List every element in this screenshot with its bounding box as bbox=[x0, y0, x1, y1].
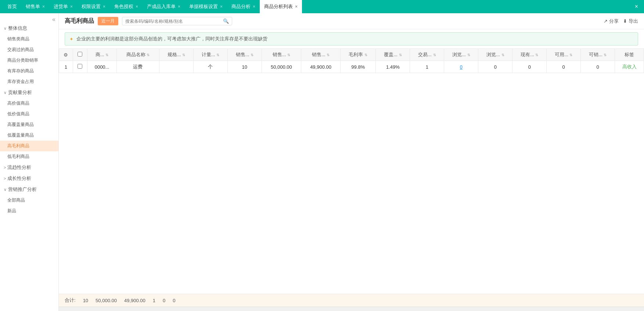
col-header-5[interactable]: 计量... ⇅ bbox=[193, 49, 227, 61]
sidebar-section-整体信息[interactable]: ∨整体信息 bbox=[0, 23, 58, 34]
sidebar-section-流趋性分析[interactable]: >流趋性分析 bbox=[0, 162, 58, 173]
filter-button[interactable]: 近一月 bbox=[98, 17, 118, 25]
search-icon[interactable]: 🔍 bbox=[223, 18, 229, 24]
nav-item-首页[interactable]: 首页 bbox=[3, 0, 21, 13]
main-layout: « ∨整体信息销售类商品交易过的商品商品分类助销率有库存的商品库存资金占用∨贡献… bbox=[0, 13, 644, 311]
sidebar-section-营销推广分析[interactable]: ∨营销推广分析 bbox=[0, 184, 58, 195]
footer-sales2: 50,000.00 bbox=[96, 298, 117, 303]
nav-item-商品分析[interactable]: 商品分析× bbox=[227, 0, 260, 13]
col-header-11[interactable]: 交易... ⇅ bbox=[410, 49, 444, 61]
row-spec bbox=[159, 61, 193, 73]
export-icon: ⬇ bbox=[623, 18, 627, 24]
nav-close-icon[interactable]: × bbox=[103, 4, 105, 9]
sidebar: « ∨整体信息销售类商品交易过的商品商品分类助销率有库存的商品库存资金占用∨贡献… bbox=[0, 13, 59, 311]
col-header-8[interactable]: 销售... ⇅ bbox=[301, 49, 340, 61]
nav-close-icon[interactable]: × bbox=[253, 4, 255, 9]
nav-item-进货单[interactable]: 进货单× bbox=[49, 0, 77, 13]
sidebar-item-高毛利商品[interactable]: 高毛利商品 bbox=[0, 141, 58, 151]
sort-icon: ⇅ bbox=[251, 53, 253, 57]
sort-icon: ⇅ bbox=[467, 53, 470, 57]
col-header-13[interactable]: 浏览... ⇅ bbox=[478, 49, 512, 61]
col-header-9[interactable]: 毛利率 ⇅ bbox=[341, 49, 376, 61]
sort-icon: ⇅ bbox=[433, 53, 436, 57]
sidebar-section-成长性分析[interactable]: >成长性分析 bbox=[0, 173, 58, 184]
table-footer: 合计: 10 50,000.00 49,900.00 1 0 0 bbox=[59, 294, 644, 307]
sidebar-item-高覆盖量商品[interactable]: 高覆盖量商品 bbox=[0, 119, 58, 130]
row-transaction: 1 bbox=[410, 61, 444, 73]
sort-icon: ⇅ bbox=[399, 53, 402, 57]
sidebar-collapse-button[interactable]: « bbox=[0, 16, 58, 23]
content-area: 高毛利商品 近一月 🔍 ↗ 分享 ⬇ 导出 ✦ 企业的主要的利润都是这部分商品创… bbox=[59, 13, 644, 311]
sort-icon: ⇅ bbox=[364, 53, 367, 57]
table-wrapper[interactable]: ⚙商... ⇅商品名称 ⇅规格... ⇅计量... ⇅销售... ⇅销售... … bbox=[59, 48, 644, 294]
row-sales1: 10 bbox=[227, 61, 262, 73]
row-browse1[interactable]: 0 bbox=[444, 61, 478, 73]
col-header-12[interactable]: 浏览... ⇅ bbox=[444, 49, 478, 61]
footer-transaction: 1 bbox=[153, 298, 155, 303]
sidebar-item-库存资金占用[interactable]: 库存资金占用 bbox=[0, 76, 58, 87]
window-close-button[interactable]: × bbox=[632, 3, 641, 10]
scroll-bar-area[interactable] bbox=[59, 307, 644, 311]
col-header-4[interactable]: 规格... ⇅ bbox=[159, 49, 193, 61]
sidebar-item-销售类商品[interactable]: 销售类商品 bbox=[0, 34, 58, 44]
export-button[interactable]: ⬇ 导出 bbox=[623, 18, 638, 25]
sidebar-arrow-icon: ∨ bbox=[4, 187, 7, 192]
row-checkbox[interactable] bbox=[73, 61, 87, 73]
row-tag: 高收入 bbox=[615, 61, 644, 73]
select-all-checkbox[interactable] bbox=[78, 52, 82, 57]
row-select-checkbox[interactable] bbox=[78, 64, 82, 69]
share-button[interactable]: ↗ 分享 bbox=[604, 18, 619, 25]
sidebar-item-全部商品[interactable]: 全部商品 bbox=[0, 195, 58, 206]
nav-item-商品分析列表[interactable]: 商品分析列表× bbox=[260, 0, 302, 13]
sidebar-item-高价值商品[interactable]: 高价值商品 bbox=[0, 98, 58, 109]
nav-close-icon[interactable]: × bbox=[42, 4, 45, 9]
sidebar-item-低覆盖量商品[interactable]: 低覆盖量商品 bbox=[0, 130, 58, 141]
sidebar-item-交易过的商品[interactable]: 交易过的商品 bbox=[0, 44, 58, 55]
content-header: 高毛利商品 近一月 🔍 ↗ 分享 ⬇ 导出 bbox=[59, 13, 644, 29]
sidebar-item-商品分类助销率[interactable]: 商品分类助销率 bbox=[0, 55, 58, 66]
row-coverage: 1.49% bbox=[376, 61, 410, 73]
nav-item-销售单[interactable]: 销售单× bbox=[21, 0, 49, 13]
footer-sales3: 49,900.00 bbox=[124, 298, 145, 303]
col-header-14[interactable]: 现有... ⇅ bbox=[512, 49, 547, 61]
sidebar-item-有库存的商品[interactable]: 有库存的商品 bbox=[0, 66, 58, 76]
sort-icon: ⇅ bbox=[535, 53, 538, 57]
row-current: 0 bbox=[512, 61, 547, 73]
nav-close-icon[interactable]: × bbox=[220, 4, 223, 9]
row-sales2: 50,000.00 bbox=[262, 61, 301, 73]
footer-sales1: 10 bbox=[83, 298, 88, 303]
nav-close-icon[interactable]: × bbox=[178, 4, 180, 9]
sidebar-item-新品[interactable]: 新品 bbox=[0, 206, 58, 216]
nav-close-icon[interactable]: × bbox=[295, 4, 298, 9]
nav-close-icon[interactable]: × bbox=[70, 4, 73, 9]
sidebar-arrow-icon: ∨ bbox=[4, 90, 7, 95]
col-header-7[interactable]: 销售... ⇅ bbox=[262, 49, 301, 61]
footer-available: 0 bbox=[173, 298, 175, 303]
col-header-6[interactable]: 销售... ⇅ bbox=[227, 49, 262, 61]
sidebar-item-低价值商品[interactable]: 低价值商品 bbox=[0, 109, 58, 119]
row-code: 0000... bbox=[87, 61, 117, 73]
sort-icon: ⇅ bbox=[327, 53, 330, 57]
col-header-3[interactable]: 商品名称 ⇅ bbox=[116, 49, 159, 61]
total-values: 10 50,000.00 49,900.00 1 0 0 bbox=[83, 298, 176, 303]
browse-link[interactable]: 0 bbox=[460, 64, 463, 70]
row-available: 0 bbox=[547, 61, 581, 73]
search-box: 🔍 bbox=[122, 17, 232, 25]
nav-item-产成品入库单[interactable]: 产成品入库单× bbox=[143, 0, 185, 13]
nav-close-icon[interactable]: × bbox=[136, 4, 138, 9]
nav-item-单据模板设置[interactable]: 单据模板设置× bbox=[185, 0, 227, 13]
nav-item-角色授权[interactable]: 角色授权× bbox=[110, 0, 143, 13]
col-header-15[interactable]: 可用... ⇅ bbox=[547, 49, 581, 61]
sidebar-section-贡献量分析[interactable]: ∨贡献量分析 bbox=[0, 87, 58, 98]
sidebar-item-低毛利商品[interactable]: 低毛利商品 bbox=[0, 151, 58, 162]
header-actions: ↗ 分享 ⬇ 导出 bbox=[604, 18, 638, 25]
footer-current: 0 bbox=[163, 298, 165, 303]
row-gross-rate: 99.8% bbox=[341, 61, 376, 73]
col-header-10[interactable]: 覆盖... ⇅ bbox=[376, 49, 410, 61]
nav-item-权限设置[interactable]: 权限设置× bbox=[77, 0, 110, 13]
search-input[interactable] bbox=[125, 19, 222, 24]
sidebar-section-label: 贡献量分析 bbox=[8, 89, 32, 96]
col-header-16[interactable]: 可销... ⇅ bbox=[581, 49, 615, 61]
col-header-2[interactable]: 商... ⇅ bbox=[87, 49, 117, 61]
top-nav: 首页销售单×进货单×权限设置×角色授权×产成品入库单×单据模板设置×商品分析×商… bbox=[0, 0, 644, 13]
